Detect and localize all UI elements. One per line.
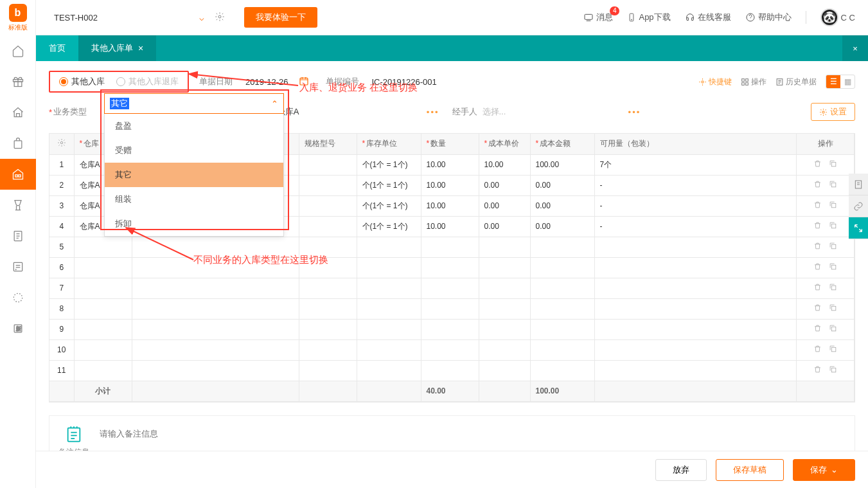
delete-icon[interactable]	[813, 283, 822, 291]
operation-link[interactable]: 操作	[741, 77, 766, 87]
dropdown-item[interactable]: 其它	[105, 163, 283, 187]
copy-icon[interactable]	[829, 221, 837, 230]
svg-rect-16	[300, 78, 308, 85]
table-row[interactable]: 7	[49, 278, 855, 298]
copy-icon[interactable]	[829, 283, 837, 291]
float-doc-icon[interactable]	[849, 174, 868, 195]
logo: b 标准版	[0, 0, 36, 35]
nav-new-icon[interactable]: 新	[0, 313, 36, 344]
delete-icon[interactable]	[813, 262, 822, 271]
remark-input[interactable]	[100, 425, 846, 442]
radio-other-in[interactable]: 其他入库	[59, 76, 105, 87]
help-center-button[interactable]: 帮助中心	[745, 12, 792, 23]
svg-rect-18	[742, 78, 745, 81]
tab-home[interactable]: 首页	[36, 35, 78, 61]
float-link-icon[interactable]	[849, 195, 868, 217]
table-row[interactable]: 8	[49, 298, 855, 319]
biz-type-input[interactable]: 其它 ⌃	[104, 93, 284, 114]
copy-icon[interactable]	[829, 159, 837, 168]
close-all-tabs[interactable]: ×	[842, 35, 868, 61]
float-expand-icon[interactable]	[849, 217, 868, 239]
svg-rect-3	[15, 175, 17, 177]
dropdown-item[interactable]: 盘盈	[105, 114, 283, 138]
date-value[interactable]: 2019-12-26	[245, 77, 288, 87]
trial-button[interactable]: 我要体验一下	[244, 7, 317, 28]
chevron-down-icon: ⌄	[831, 465, 838, 474]
nav-procure-icon[interactable]	[0, 97, 36, 128]
delete-icon[interactable]	[813, 345, 822, 353]
view-list-icon[interactable]: ☰	[826, 75, 840, 88]
svg-rect-31	[832, 285, 837, 290]
tabs-bar: 首页 其他入库单 × ×	[36, 35, 868, 61]
table-row[interactable]: 10	[49, 339, 855, 360]
copy-icon[interactable]	[829, 180, 837, 188]
view-grid-icon[interactable]: ▦	[840, 75, 855, 88]
messages-button[interactable]: 消息 4	[583, 12, 613, 23]
nav-doc-icon[interactable]	[0, 251, 36, 282]
discard-button[interactable]: 放弃	[655, 459, 707, 481]
delete-icon[interactable]	[813, 221, 822, 230]
biz-type-dropdown: 盘盈受赠其它组装拆卸	[104, 114, 284, 237]
shortcut-link[interactable]: 快捷键	[698, 77, 732, 87]
subtotal-amount: 100.00	[530, 381, 594, 401]
right-float-bar	[849, 174, 868, 239]
nav-warehouse-icon[interactable]	[0, 159, 36, 190]
table-row[interactable]: 6	[49, 257, 855, 278]
copy-icon[interactable]	[829, 201, 837, 209]
copy-icon[interactable]	[829, 242, 837, 250]
col-gear[interactable]	[49, 134, 74, 154]
table-row[interactable]: 5	[49, 237, 855, 257]
svg-point-14	[632, 19, 632, 20]
table-row[interactable]: 9	[49, 319, 855, 339]
nav-home-icon[interactable]	[0, 35, 36, 66]
delete-icon[interactable]	[813, 201, 822, 209]
org-name: TEST-H002	[54, 13, 98, 23]
svg-rect-28	[832, 224, 837, 228]
calendar-icon[interactable]	[299, 76, 309, 88]
dropdown-item[interactable]: 受赠	[105, 138, 283, 163]
delete-icon[interactable]	[813, 180, 822, 188]
nav-report-icon[interactable]	[0, 221, 36, 251]
history-link[interactable]: 历史单据	[775, 77, 817, 87]
settings-button[interactable]: 设置	[811, 103, 855, 121]
close-icon[interactable]: ×	[138, 43, 143, 53]
handler-more-icon[interactable]: •••	[628, 107, 641, 117]
save-draft-button[interactable]: 保存草稿	[716, 459, 784, 481]
svg-rect-2	[14, 141, 22, 149]
svg-rect-25	[832, 162, 837, 167]
table-row[interactable]: 11	[49, 360, 855, 381]
nav-settings-icon[interactable]	[0, 282, 36, 313]
radio-other-return[interactable]: 其他入库退库	[116, 76, 179, 87]
col-available: 可用量（包装）	[594, 134, 797, 154]
copy-icon[interactable]	[829, 303, 837, 312]
delete-icon[interactable]	[813, 324, 822, 332]
copy-icon[interactable]	[829, 345, 837, 353]
delete-icon[interactable]	[813, 365, 822, 374]
nav-sale-icon[interactable]	[0, 128, 36, 159]
svg-rect-27	[832, 203, 837, 208]
dropdown-item[interactable]: 拆卸	[105, 212, 283, 236]
save-button[interactable]: 保存 ⌄	[793, 459, 855, 481]
delete-icon[interactable]	[813, 242, 822, 250]
svg-rect-21	[746, 82, 748, 85]
svg-point-23	[822, 111, 824, 113]
msg-badge: 4	[610, 6, 620, 15]
org-selector[interactable]: TEST-H002 ⌵	[49, 7, 209, 28]
nav-finance-icon[interactable]	[0, 190, 36, 221]
svg-point-7	[15, 269, 16, 270]
copy-icon[interactable]	[829, 365, 837, 374]
tab-current[interactable]: 其他入库单 ×	[78, 35, 156, 61]
footer: 放弃 保存草稿 保存 ⌄	[36, 451, 868, 488]
handler-input[interactable]: 选择...	[483, 106, 506, 118]
warehouse-more-icon[interactable]: •••	[427, 107, 439, 117]
copy-icon[interactable]	[829, 262, 837, 271]
online-service-button[interactable]: 在线客服	[685, 12, 731, 23]
nav-gift-icon[interactable]	[0, 66, 36, 97]
gear-icon[interactable]	[215, 12, 225, 24]
app-download-button[interactable]: App下载	[627, 12, 670, 23]
dropdown-item[interactable]: 组装	[105, 187, 283, 212]
delete-icon[interactable]	[813, 303, 822, 312]
user-menu[interactable]: 🐼 C C	[820, 8, 855, 26]
copy-icon[interactable]	[829, 324, 837, 332]
delete-icon[interactable]	[813, 159, 822, 168]
